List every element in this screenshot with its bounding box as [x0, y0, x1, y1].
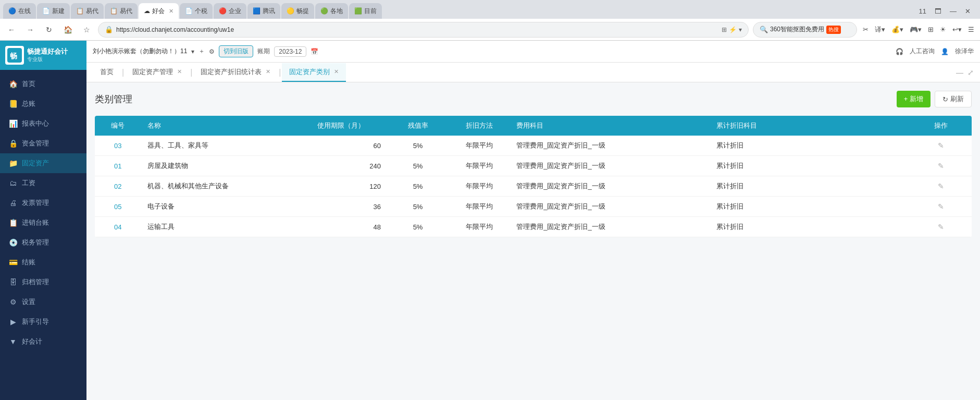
- grid-icon[interactable]: ⊞: [926, 24, 935, 35]
- tab-fixed-asset-category-label: 固定资产类别: [289, 67, 330, 77]
- edit-icon[interactable]: ✎: [938, 162, 944, 170]
- tab-icon: 🟩: [354, 7, 362, 15]
- sidebar-item-fixed-assets[interactable]: 📁 固定资产: [0, 153, 86, 173]
- headset-icon[interactable]: 🎧: [896, 48, 903, 55]
- browser-tab-haohui[interactable]: ☁ 好会 ✕: [139, 3, 179, 19]
- edit-icon[interactable]: ✎: [938, 182, 944, 190]
- calendar-icon[interactable]: 📅: [311, 48, 318, 55]
- cell-name: 房屋及建筑物: [141, 156, 295, 176]
- code-link[interactable]: 05: [114, 203, 121, 211]
- code-link[interactable]: 01: [114, 162, 121, 170]
- switch-btn[interactable]: 切到旧版: [219, 45, 253, 57]
- url-bar[interactable]: 🔒 https://cloud.chanjet.com/accounting/u…: [98, 22, 749, 38]
- cell-period: 36: [295, 197, 387, 217]
- sidebar-item-guide[interactable]: ▶ 新手引导: [0, 312, 86, 332]
- code-link[interactable]: 03: [114, 142, 121, 150]
- browser-tab-online[interactable]: 🔵 在线: [3, 3, 36, 19]
- code-link[interactable]: 04: [114, 223, 121, 231]
- tab-close-fixed-asset-management[interactable]: ✕: [177, 68, 182, 75]
- search-bar[interactable]: 🔍 360智能抠图免费用 热搜: [753, 22, 857, 38]
- forward-button[interactable]: →: [23, 22, 38, 37]
- browser-tab-muqian[interactable]: 🟩 目前: [349, 3, 382, 19]
- dropdown-icon[interactable]: ▾: [191, 48, 194, 55]
- main-content: 刘小艳演示账套（勿删勿动！）11 ▾ ＋ ⚙ 切到旧版 账期 2023-12 📅…: [86, 41, 980, 400]
- browser-tab-yidai1[interactable]: 📋 易代: [71, 3, 104, 19]
- secure-icon: 🔒: [105, 26, 113, 33]
- page-header: 类别管理 + 新增 ↻ 刷新: [95, 91, 972, 107]
- browser-tab-gedi[interactable]: 🟢 各地: [315, 3, 348, 19]
- table-row: 03 器具、工具、家具等 60 5% 年限平均 管理费用_固定资产折旧_一级 累…: [95, 136, 972, 156]
- sidebar-item-invoices[interactable]: 🖨 发票管理: [0, 193, 86, 213]
- cell-expense: 管理费用_固定资产折旧_一级: [510, 156, 710, 176]
- cell-name: 机器、机械和其他生产设备: [141, 176, 295, 197]
- cell-accum: 累计折旧: [710, 136, 910, 156]
- cell-accum: 累计折旧: [710, 197, 910, 217]
- tab-separator-1: |: [122, 68, 124, 77]
- hot-badge: 热搜: [826, 26, 841, 34]
- back-button[interactable]: ←: [4, 22, 19, 37]
- code-link[interactable]: 02: [114, 183, 121, 190]
- restore-icon[interactable]: —: [948, 6, 959, 16]
- browser-tab-close-haohui[interactable]: ✕: [169, 8, 173, 15]
- add-button[interactable]: + 新增: [897, 91, 931, 107]
- lightning-icon[interactable]: ⚡: [729, 26, 737, 33]
- bookmark-button[interactable]: ☆: [79, 22, 94, 37]
- cell-expense: 管理费用_固定资产折旧_一级: [510, 136, 710, 156]
- payroll-icon: 🗂: [8, 179, 18, 187]
- browser-tab-yidai2[interactable]: 📋 易代: [105, 3, 138, 19]
- consult-label[interactable]: 人工咨询: [910, 47, 935, 56]
- sidebar-item-tax[interactable]: 💿 税务管理: [0, 233, 86, 252]
- cell-method: 年限平均: [449, 156, 510, 176]
- add-account-icon[interactable]: ＋: [199, 47, 205, 56]
- translate-icon[interactable]: 译▾: [873, 23, 887, 36]
- sidebar-item-settlement[interactable]: 💳 结账: [0, 252, 86, 272]
- settings-icon[interactable]: ⚙: [209, 48, 215, 55]
- sidebar-item-reports[interactable]: 📊 报表中心: [0, 114, 86, 134]
- tab-depreciation-table-label: 固定资产折旧统计表: [201, 67, 262, 77]
- menu-icon[interactable]: ☰: [966, 24, 976, 35]
- browser-tab-qiye[interactable]: 🔴 企业: [214, 3, 246, 19]
- undo-icon[interactable]: ↩▾: [951, 24, 963, 35]
- sidebar-item-label-fixed-assets: 固定资产: [22, 159, 49, 168]
- sidebar-item-purchase[interactable]: 📋 进销台账: [0, 213, 86, 233]
- logo-subtitle: 专业版: [27, 56, 68, 63]
- tab-fixed-asset-management[interactable]: 固定资产管理 ✕: [125, 63, 189, 82]
- restore-content-icon[interactable]: ⤢: [967, 68, 974, 77]
- cell-rate: 5%: [387, 176, 449, 197]
- sidebar-item-more[interactable]: ▼ 好会计: [0, 332, 86, 351]
- tab-close-depreciation-table[interactable]: ✕: [266, 68, 270, 75]
- sidebar-item-home[interactable]: 🏠 首页: [0, 74, 86, 94]
- th-method: 折旧方法: [449, 116, 510, 136]
- edit-icon[interactable]: ✎: [938, 223, 944, 231]
- game-icon[interactable]: 🎮▾: [908, 24, 923, 35]
- url-dropdown-icon[interactable]: ▾: [739, 26, 742, 33]
- tab-home[interactable]: 首页: [93, 63, 121, 82]
- tab-close-fixed-asset-category[interactable]: ✕: [334, 68, 339, 75]
- edit-icon[interactable]: ✎: [938, 141, 944, 150]
- browser-tab-tengxun[interactable]: 🟦 腾讯: [247, 3, 280, 19]
- minimize-content-icon[interactable]: —: [956, 68, 963, 77]
- sidebar-item-label-funds: 资金管理: [22, 139, 49, 148]
- wallet-icon[interactable]: 💰▾: [890, 24, 905, 35]
- brightness-icon[interactable]: ☀: [938, 24, 948, 35]
- sidebar-item-settings[interactable]: ⚙ 设置: [0, 292, 86, 312]
- home-button[interactable]: 🏠: [60, 22, 75, 37]
- cut-icon[interactable]: ✂: [861, 24, 870, 35]
- browser-tab-new[interactable]: 📄 新建: [37, 3, 70, 19]
- browser-tab-geshui[interactable]: 📄 个税: [180, 3, 213, 19]
- close-icon[interactable]: ✕: [963, 6, 973, 16]
- sidebar-item-payroll[interactable]: 🗂 工资: [0, 173, 86, 193]
- browser-tab-changte[interactable]: 🟡 畅提: [281, 3, 314, 19]
- sidebar-item-funds[interactable]: 🔒 资金管理: [0, 134, 86, 153]
- sidebar-item-label-more: 好会计: [22, 337, 42, 346]
- tab-depreciation-table[interactable]: 固定资产折旧统计表 ✕: [193, 63, 278, 82]
- sidebar-item-ledger[interactable]: 📒 总账: [0, 94, 86, 114]
- tab-fixed-asset-category[interactable]: 固定资产类别 ✕: [282, 63, 346, 82]
- refresh-button[interactable]: ↻ 刷新: [935, 91, 972, 107]
- edit-icon[interactable]: ✎: [938, 202, 944, 211]
- minimize-icon[interactable]: 🗖: [933, 6, 944, 16]
- refresh-button[interactable]: ↻: [42, 22, 56, 37]
- qr-icon[interactable]: ⊞: [722, 26, 727, 33]
- cell-code: 05: [95, 197, 141, 217]
- sidebar-item-archive[interactable]: 🗄 归档管理: [0, 272, 86, 292]
